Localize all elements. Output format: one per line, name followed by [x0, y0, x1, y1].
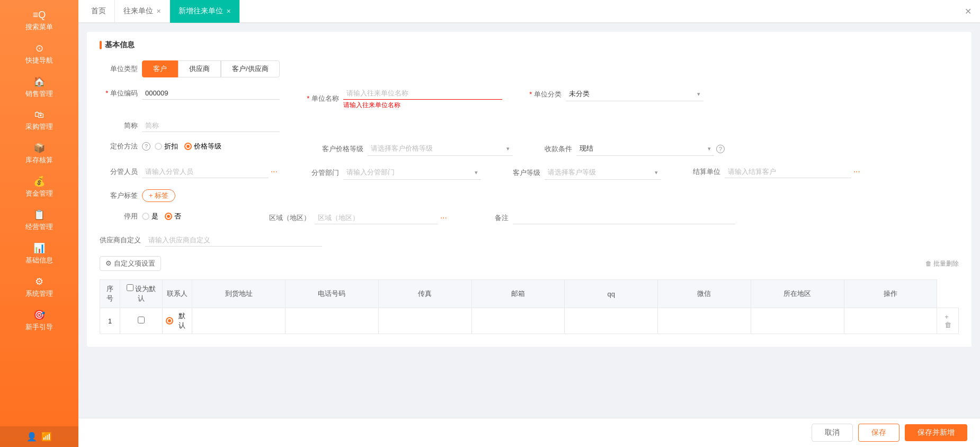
cell-phone[interactable]	[378, 308, 471, 334]
payment-terms-field: 收款条件 现结 ▾ ?	[534, 142, 725, 156]
customer-level-select[interactable]: 请选择客户等级 ▾	[545, 165, 661, 180]
col-fax: 传真	[378, 280, 471, 308]
search-icon: ≡Q	[33, 10, 46, 21]
unit-type-row: 单位类型 客户 供应商 客户/供应商	[100, 60, 959, 77]
sidebar-item-label: 搜索菜单	[25, 22, 53, 32]
add-tag-button[interactable]: + 标签	[142, 189, 175, 202]
unit-type-both[interactable]: 客户/供应商	[221, 60, 280, 77]
unit-name-field: 单位名称 请输入往来单位名称	[301, 87, 502, 110]
tab-partner-close[interactable]: ✕	[156, 8, 161, 14]
manager-input[interactable]	[142, 165, 269, 178]
cell-address[interactable]	[286, 308, 379, 334]
unit-category-field: 单位分类 未分类 ▾	[523, 87, 703, 101]
sidebar-item-purchase[interactable]: 🛍 采购管理	[0, 104, 78, 137]
save-new-button[interactable]: 保存并新增	[905, 424, 967, 441]
disabled-field: 停用 是 否	[100, 212, 248, 221]
tab-home[interactable]: 首页	[83, 0, 115, 23]
settlement-unit-label: 结算单位	[682, 167, 725, 177]
save-button[interactable]: 保存	[858, 424, 899, 442]
cell-fax[interactable]	[471, 308, 565, 334]
delete-row-icon[interactable]: 🗑	[945, 321, 951, 329]
email-input[interactable]	[568, 317, 654, 325]
region-more-icon[interactable]: ···	[438, 213, 449, 223]
tab-new-partner-close[interactable]: ✕	[226, 8, 231, 14]
batch-delete-button[interactable]: 🗑 批量删除	[925, 259, 959, 268]
row-checkbox[interactable]	[138, 317, 145, 323]
payment-terms-help-icon[interactable]: ?	[716, 145, 725, 153]
col-default-checkbox[interactable]	[127, 284, 133, 291]
table-region-input[interactable]	[848, 317, 934, 325]
form-card: 基本信息 单位类型 客户 供应商 客户/供应商 单位编码	[87, 32, 972, 347]
customer-price-level-select[interactable]: 请选择客户价格等级 ▾	[368, 142, 513, 156]
unit-category-label: 单位分类	[523, 90, 566, 99]
sidebar-item-quick-nav[interactable]: ⊙ 快捷导航	[0, 37, 78, 71]
finance-icon: 💰	[33, 176, 45, 187]
qq-input[interactable]	[661, 317, 747, 325]
unit-name-label: 单位名称	[301, 94, 343, 103]
unit-type-label: 单位类型	[100, 64, 142, 74]
unit-category-select[interactable]: 未分类 ▾	[566, 87, 703, 101]
settlement-unit-input[interactable]	[725, 165, 851, 178]
sidebar-item-inventory[interactable]: 📦 库存核算	[0, 137, 78, 170]
pricing-help-icon[interactable]: ?	[142, 142, 150, 151]
disabled-no[interactable]: 否	[165, 212, 181, 221]
settlement-more-icon[interactable]: ···	[851, 167, 862, 177]
add-row-icon[interactable]: +	[945, 313, 949, 321]
cell-wechat[interactable]	[751, 308, 844, 334]
pricing-discount[interactable]: 折扣	[155, 142, 178, 151]
code-name-category-row: 单位编码 单位名称 请输入往来单位名称 单位分类 未分类 ▾	[100, 87, 959, 110]
custom-settings-button[interactable]: ⚙ 自定义项设置	[100, 256, 161, 271]
short-name-input[interactable]	[142, 119, 280, 132]
cell-contact[interactable]	[192, 308, 286, 334]
sidebar-item-guide[interactable]: 🎯 新手引导	[0, 304, 78, 337]
col-contact: 联系人	[162, 280, 192, 308]
sidebar-item-finance[interactable]: 💰 资金管理	[0, 170, 78, 204]
cell-email[interactable]	[565, 308, 658, 334]
cancel-button[interactable]: 取消	[812, 424, 853, 442]
cell-action: + 🗑	[937, 308, 959, 334]
disabled-yes[interactable]: 是	[142, 212, 158, 221]
col-email: 邮箱	[471, 280, 565, 308]
sidebar-item-label: 采购管理	[25, 122, 53, 132]
col-default: 设为默认	[120, 280, 162, 308]
col-region: 所在地区	[751, 280, 844, 308]
unit-code-input[interactable]	[142, 87, 280, 100]
tab-new-partner[interactable]: 新增往来单位 ✕	[170, 0, 240, 23]
phone-input[interactable]	[382, 317, 468, 325]
manager-field: 分管人员 ···	[100, 165, 280, 178]
cell-region[interactable]	[844, 308, 937, 334]
unit-code-field: 单位编码	[100, 87, 280, 100]
sidebar-item-basic-info[interactable]: 📊 基础信息	[0, 237, 78, 270]
address-input[interactable]	[289, 317, 375, 325]
unit-name-input[interactable]	[343, 87, 502, 100]
cell-qq[interactable]	[658, 308, 751, 334]
department-select[interactable]: 请输入分管部门 ▾	[343, 165, 481, 180]
row-default-radio-label[interactable]: 默认	[166, 311, 189, 330]
col-phone: 电话号码	[286, 280, 379, 308]
close-all-tabs[interactable]: ✕	[960, 4, 976, 19]
region-input[interactable]	[315, 212, 438, 224]
table-section: ⚙ 自定义项设置 🗑 批量删除 序号 设为默认 联系人 到货地址	[100, 256, 959, 334]
unit-type-customer[interactable]: 客户	[142, 60, 178, 77]
manager-more-icon[interactable]: ···	[269, 167, 280, 177]
contact-input[interactable]	[195, 317, 282, 325]
sidebar-item-sales[interactable]: 🏠 销售管理	[0, 71, 78, 104]
tags-row: 客户标签 + 标签	[100, 189, 959, 202]
sidebar-item-system[interactable]: ⚙ 系统管理	[0, 270, 78, 304]
sidebar-item-search[interactable]: ≡Q 搜索菜单	[0, 4, 78, 37]
unit-type-supplier[interactable]: 供应商	[178, 60, 221, 77]
unit-code-label: 单位编码	[100, 89, 142, 98]
payment-terms-arrow: ▾	[708, 145, 711, 152]
sidebar-item-label: 新手引导	[25, 322, 53, 332]
sidebar-settings-icon: 📶	[41, 432, 52, 442]
supplier-custom-input[interactable]	[145, 234, 322, 247]
tab-partner[interactable]: 往来单位 ✕	[115, 0, 170, 23]
pricing-price-level[interactable]: 价格等级	[184, 142, 221, 151]
fax-input[interactable]	[475, 317, 562, 325]
remark-input[interactable]	[513, 212, 735, 224]
remark-field: 备注	[470, 212, 735, 224]
unit-category-arrow: ▾	[697, 91, 700, 98]
payment-terms-select[interactable]: 现结 ▾	[576, 142, 714, 156]
wechat-input[interactable]	[754, 317, 841, 325]
sidebar-item-operations[interactable]: 📋 经营管理	[0, 204, 78, 237]
